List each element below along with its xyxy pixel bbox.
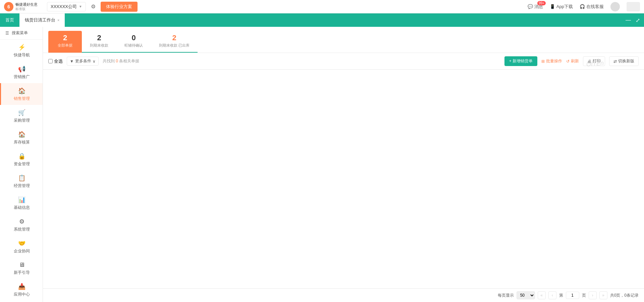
last-page-button[interactable]: » bbox=[599, 291, 607, 299]
stat-label-overdue-out: 到期未收款 已出库 bbox=[159, 43, 190, 48]
toolbar-right: + 新增销货单 ⊞ 批量操作 ↺ 刷新 🖨 打印 ⇄ 切换新版 bbox=[504, 56, 639, 66]
sidebar-item-label: 营销推广 bbox=[14, 74, 30, 80]
main-layout: ☰ 搜索菜单 ⚡ 快捷导航 📢 营销推广 🏠 销售管理 🛒 采购管理 🏠 库存核… bbox=[0, 27, 644, 302]
message-icon: 💬 bbox=[528, 4, 533, 9]
search-icon: ☰ bbox=[5, 31, 9, 36]
sidebar-item-sales[interactable]: 🏠 销售管理 bbox=[0, 83, 43, 105]
page-input[interactable] bbox=[566, 292, 579, 299]
logo-icon: 6 bbox=[4, 2, 13, 11]
sidebar-item-basic[interactable]: 📊 基础信息 bbox=[0, 192, 43, 214]
logo-text: 畅捷通好生意 标准版 bbox=[15, 2, 38, 11]
print-button[interactable]: 🖨 打印 bbox=[583, 56, 605, 66]
tab-close-icon[interactable]: × bbox=[57, 18, 59, 22]
sidebar-item-label: 应用中心 bbox=[14, 292, 30, 297]
stat-tab-all[interactable]: 2 全部单据 bbox=[48, 31, 82, 53]
first-page-button[interactable]: « bbox=[538, 291, 546, 299]
tab-bar-right: — ⤢ bbox=[624, 16, 644, 25]
sidebar-item-inventory[interactable]: 🏠 库存核算 bbox=[0, 127, 43, 148]
chevron-down-icon: ∨ bbox=[93, 59, 96, 64]
select-all-input[interactable] bbox=[48, 59, 53, 63]
switch-version-button[interactable]: ⇄ 切换新版 bbox=[609, 56, 639, 66]
finance-icon: 🔒 bbox=[18, 153, 25, 160]
page-label: 第 bbox=[559, 293, 563, 298]
stats-tabs: 2 全部单据 2 到期未收款 0 旺辅待确认 2 到期未收款 已出库 bbox=[43, 27, 644, 53]
found-text: 共找到 0 条相关单据 bbox=[103, 58, 139, 64]
tab-qianhuoriciqing[interactable]: 钱货日清工作台 × bbox=[19, 13, 65, 27]
marketing-icon: 📢 bbox=[18, 65, 25, 73]
total-label: 共0页，0条记录 bbox=[610, 293, 639, 298]
sidebar-item-label: 新手引导 bbox=[14, 270, 30, 276]
sidebar: ☰ 搜索菜单 ⚡ 快捷导航 📢 营销推广 🏠 销售管理 🛒 采购管理 🏠 库存核… bbox=[0, 27, 43, 302]
messages-badge: 99+ bbox=[537, 1, 546, 5]
dropdown-arrow-icon: ▼ bbox=[79, 5, 82, 8]
sidebar-item-operation[interactable]: 📋 经营管理 bbox=[0, 170, 43, 192]
sidebar-item-label: 基础信息 bbox=[14, 205, 30, 210]
user-menu[interactable] bbox=[627, 2, 640, 11]
select-all-label: 全选 bbox=[54, 58, 63, 64]
pagination: 每页显示 50 20 100 « ‹ 第 页 › » 共0页，0条记录 bbox=[43, 288, 644, 302]
switch-icon: ⇄ bbox=[613, 59, 617, 64]
company-selector[interactable]: XXXXXX公司 ▼ bbox=[47, 2, 86, 11]
sidebar-item-purchase[interactable]: 🛒 采购管理 bbox=[0, 105, 43, 127]
sales-icon: 🏠 bbox=[18, 87, 25, 95]
sidebar-item-quick-nav[interactable]: ⚡ 快捷导航 bbox=[0, 40, 43, 61]
tab-home[interactable]: 首页 bbox=[0, 13, 19, 27]
sidebar-item-label: 快捷导航 bbox=[14, 52, 30, 58]
toolbar: 全选 ▼ 更多条件 ∨ 共找到 0 条相关单据 + 新增销货单 ⊞ 批量操作 ↺ bbox=[43, 53, 644, 70]
experience-button[interactable]: 体验行业方案 bbox=[101, 2, 138, 12]
add-sale-button[interactable]: + 新增销货单 bbox=[504, 56, 537, 66]
tab-minimize-button[interactable]: — bbox=[624, 16, 632, 24]
guide-icon: 🖥 bbox=[19, 261, 25, 268]
avatar[interactable] bbox=[610, 2, 620, 11]
stat-label-overdue: 到期未收款 bbox=[90, 43, 108, 48]
cooperation-icon: 🤝 bbox=[18, 240, 25, 247]
sidebar-item-apps[interactable]: 📥 应用中心 bbox=[0, 279, 43, 301]
app-download-button[interactable]: 📱 App下载 bbox=[550, 4, 573, 10]
search-menu-item[interactable]: ☰ 搜索菜单 bbox=[0, 27, 43, 40]
stat-num-overdue-out: 2 bbox=[159, 34, 190, 42]
operation-icon: 📋 bbox=[18, 174, 25, 182]
sidebar-item-wechat[interactable]: 💬 企业微信 bbox=[0, 301, 43, 302]
quick-nav-icon: ⚡ bbox=[18, 44, 25, 51]
stat-label-all: 全部单据 bbox=[56, 43, 74, 48]
stat-tab-overdue[interactable]: 2 到期未收款 bbox=[82, 31, 116, 53]
select-all-checkbox[interactable]: 全选 bbox=[48, 58, 63, 64]
next-page-button[interactable]: › bbox=[589, 291, 597, 299]
sidebar-item-cooperation[interactable]: 🤝 企业协同 bbox=[0, 236, 43, 257]
batch-icon: ⊞ bbox=[541, 59, 545, 64]
more-filter-button[interactable]: ▼ 更多条件 ∨ bbox=[67, 57, 99, 66]
per-page-select[interactable]: 50 20 100 bbox=[517, 291, 535, 299]
stat-num-overdue: 2 bbox=[90, 34, 108, 42]
tab-maximize-button[interactable]: ⤢ bbox=[634, 16, 641, 25]
print-icon: 🖨 bbox=[587, 59, 591, 64]
stat-label-pending: 旺辅待确认 bbox=[124, 43, 143, 48]
table-area bbox=[43, 70, 644, 288]
download-icon: 📱 bbox=[550, 4, 555, 9]
refresh-button[interactable]: ↺ 刷新 bbox=[566, 58, 579, 64]
refresh-icon: ↺ bbox=[566, 59, 570, 64]
system-icon: ⚙ bbox=[19, 218, 24, 225]
sidebar-item-guide[interactable]: 🖥 新手引导 bbox=[0, 257, 43, 279]
sidebar-item-system[interactable]: ⚙ 系统管理 bbox=[0, 214, 43, 236]
stat-tab-overdue-out[interactable]: 2 到期未收款 已出库 bbox=[151, 31, 198, 53]
sidebar-item-label: 企业协同 bbox=[14, 248, 30, 254]
messages-button[interactable]: 💬 消息 99+ bbox=[528, 4, 543, 10]
basic-icon: 📊 bbox=[18, 196, 25, 203]
apps-icon: 📥 bbox=[18, 283, 25, 290]
header-right: 💬 消息 99+ 📱 App下载 🎧 在线客服 bbox=[528, 2, 640, 11]
settings-button[interactable]: ⚙ bbox=[89, 2, 98, 11]
sidebar-item-label: 采购管理 bbox=[14, 118, 30, 123]
sidebar-item-label: 销售管理 bbox=[14, 96, 30, 102]
service-icon: 🎧 bbox=[580, 4, 585, 9]
sidebar-item-label: 库存核算 bbox=[14, 139, 30, 145]
sidebar-item-label: 资金管理 bbox=[14, 161, 30, 167]
content-area: 2 全部单据 2 到期未收款 0 旺辅待确认 2 到期未收款 已出库 全选 bbox=[43, 27, 644, 302]
top-header: 6 畅捷通好生意 标准版 XXXXXX公司 ▼ ⚙ 体验行业方案 💬 消息 99… bbox=[0, 0, 644, 13]
sidebar-item-finance[interactable]: 🔒 资金管理 bbox=[0, 148, 43, 170]
batch-button[interactable]: ⊞ 批量操作 bbox=[541, 58, 562, 64]
online-service-button[interactable]: 🎧 在线客服 bbox=[580, 4, 604, 10]
prev-page-button[interactable]: ‹ bbox=[548, 291, 556, 299]
stat-tab-pending[interactable]: 0 旺辅待确认 bbox=[116, 31, 151, 53]
stat-num-pending: 0 bbox=[124, 34, 143, 42]
sidebar-item-marketing[interactable]: 📢 营销推广 bbox=[0, 61, 43, 83]
